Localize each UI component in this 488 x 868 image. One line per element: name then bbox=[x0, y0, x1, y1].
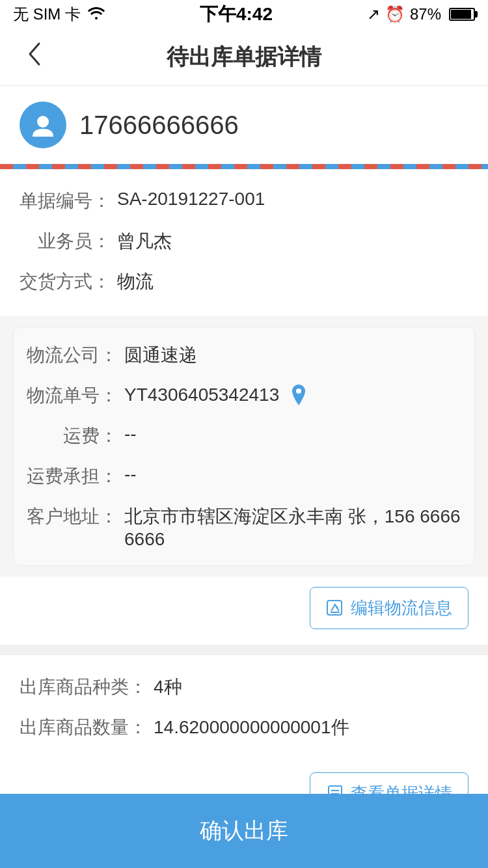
back-button[interactable] bbox=[20, 34, 48, 79]
customer-header: 17666666666 bbox=[0, 86, 488, 164]
goods-types-row: 出库商品种类： 4种 bbox=[20, 675, 468, 699]
order-number-value: SA-20191227-001 bbox=[117, 189, 468, 210]
logistics-company-value: 圆通速递 bbox=[124, 343, 461, 368]
confirm-bar: 确认出库 bbox=[0, 794, 488, 868]
alarm-status-icon: ⏰ bbox=[385, 5, 405, 23]
freight-row: 运费： -- bbox=[27, 424, 461, 448]
delivery-method-row: 交货方式： 物流 bbox=[20, 269, 468, 294]
tracking-label: 物流单号： bbox=[27, 383, 118, 408]
svg-point-1 bbox=[296, 388, 301, 394]
goods-section: 出库商品种类： 4种 出库商品数量： 14.620000000000001件 bbox=[0, 655, 488, 762]
goods-quantity-label: 出库商品数量： bbox=[20, 715, 147, 740]
location-status-icon: ↗ bbox=[367, 5, 380, 23]
freight-bearer-row: 运费承担： -- bbox=[27, 464, 461, 489]
salesman-value: 曾凡杰 bbox=[117, 229, 468, 254]
wifi-icon bbox=[87, 5, 105, 23]
status-time: 下午4:42 bbox=[200, 2, 273, 27]
freight-label: 运费： bbox=[27, 424, 118, 448]
order-number-label: 单据编号： bbox=[20, 189, 111, 213]
address-value: 北京市市辖区海淀区永丰南 张，156 6666 6666 bbox=[124, 504, 461, 550]
page-title: 待出库单据详情 bbox=[167, 42, 321, 72]
tracking-row: 物流单号： YT4306405342413 bbox=[27, 383, 461, 408]
freight-bearer-label: 运费承担： bbox=[27, 464, 118, 489]
section-separator bbox=[0, 645, 488, 655]
status-bar: 无 SIM 卡 下午4:42 ↗ ⏰ 87% bbox=[0, 0, 488, 29]
status-left: 无 SIM 卡 bbox=[13, 4, 105, 25]
avatar bbox=[20, 102, 66, 148]
delivery-method-label: 交货方式： bbox=[20, 269, 111, 294]
main-content: 17666666666 单据编号： SA-20191227-001 业务员： 曾… bbox=[0, 86, 488, 868]
delivery-method-value: 物流 bbox=[117, 269, 468, 294]
order-number-row: 单据编号： SA-20191227-001 bbox=[20, 189, 468, 213]
dashed-divider bbox=[0, 164, 488, 169]
goods-types-value: 4种 bbox=[154, 675, 182, 699]
customer-phone: 17666666666 bbox=[79, 111, 239, 140]
goods-quantity-value: 14.620000000000001件 bbox=[154, 715, 349, 740]
goods-types-label: 出库商品种类： bbox=[20, 675, 147, 699]
status-right: ↗ ⏰ 87% bbox=[367, 5, 475, 23]
order-info-section: 单据编号： SA-20191227-001 业务员： 曾凡杰 交货方式： 物流 bbox=[0, 169, 488, 316]
map-pin-icon[interactable] bbox=[287, 383, 310, 407]
freight-value: -- bbox=[124, 424, 461, 444]
edit-icon bbox=[326, 599, 344, 617]
confirm-button[interactable]: 确认出库 bbox=[20, 809, 468, 852]
salesman-label: 业务员： bbox=[20, 229, 111, 254]
address-row: 客户地址： 北京市市辖区海淀区永丰南 张，156 6666 6666 bbox=[27, 504, 461, 550]
logistics-card: 物流公司： 圆通速递 物流单号： YT4306405342413 运费： -- … bbox=[13, 327, 475, 566]
goods-quantity-row: 出库商品数量： 14.620000000000001件 bbox=[20, 715, 468, 740]
salesman-row: 业务员： 曾凡杰 bbox=[20, 229, 468, 254]
address-label: 客户地址： bbox=[27, 504, 118, 529]
freight-bearer-value: -- bbox=[124, 464, 461, 485]
battery-text: 87% bbox=[410, 5, 441, 23]
nav-bar: 待出库单据详情 bbox=[0, 29, 488, 86]
edit-logistics-area: 编辑物流信息 bbox=[0, 576, 488, 645]
battery-icon bbox=[449, 8, 475, 21]
edit-logistics-label: 编辑物流信息 bbox=[351, 597, 452, 619]
svg-point-0 bbox=[37, 116, 49, 128]
logistics-company-row: 物流公司： 圆通速递 bbox=[27, 343, 461, 368]
logistics-company-label: 物流公司： bbox=[27, 343, 118, 368]
tracking-value: YT4306405342413 bbox=[124, 383, 461, 407]
carrier-text: 无 SIM 卡 bbox=[13, 4, 81, 25]
edit-logistics-button[interactable]: 编辑物流信息 bbox=[310, 587, 468, 629]
